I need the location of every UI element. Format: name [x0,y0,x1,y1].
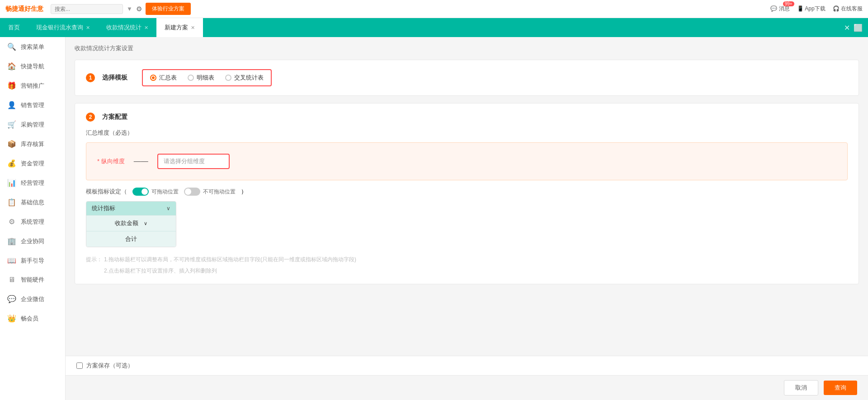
sidebar-item-corp-label: 企业协同 [21,237,44,245]
gear-icon[interactable]: ⚙ [136,5,142,13]
message-label: 消息 [779,5,790,12]
sidebar-item-quick[interactable]: 🏠 快捷导航 [0,56,65,76]
save-checkbox[interactable] [76,362,83,369]
radio-detail-label: 明细表 [197,74,214,82]
tab-receipt-label: 收款情况统计 [106,24,142,32]
metrics-chevron-icon[interactable]: ∨ [166,205,170,212]
tip-item-2: 2.点击标题栏下拉可设置排序、插入列和删除列 [104,268,217,274]
chat-icon: 💬 [7,295,16,303]
sidebar-item-marketing[interactable]: 🎁 营销推广 [0,76,65,95]
radio-dot-cross [225,75,231,81]
metrics-table: 统计指标 ∨ 收款金额 ∨ 合计 [86,201,176,247]
sidebar-item-wechat-label: 企业微信 [21,295,44,303]
sidebar-item-inventory-label: 库存核算 [21,140,44,148]
sidebar-item-corp[interactable]: 🏢 企业协同 [0,231,65,251]
message-wrap[interactable]: 💬 消息 99+ [770,5,789,13]
toggle1-label: 可拖动位置 [151,188,179,196]
step1-row: 1 选择模板 汇总表 明细表 交叉统计表 [86,69,848,86]
dropdown-arrow-icon[interactable]: ▼ [127,5,132,12]
dimension-select[interactable]: 请选择分组维度 [157,154,230,169]
sidebar-item-guide-label: 新手引导 [21,257,44,265]
sidebar-item-system[interactable]: ⚙ 系统管理 [0,212,65,231]
search-icon: 🔍 [7,42,16,51]
sidebar-item-inventory[interactable]: 📦 库存核算 [0,134,65,154]
building-icon: 🏢 [7,237,16,245]
tab-bank-label: 现金银行流水查询 [36,24,83,32]
user-icon: 👤 [7,101,16,109]
dimension-arrow-icon: —— [134,157,148,165]
logo: 畅捷通好生意 [5,5,43,13]
template-section-block: 1 选择模板 汇总表 明细表 交叉统计表 [75,60,859,96]
step2-label: 方案配置 [102,113,127,121]
tab-receipt-close-icon[interactable]: ✕ [144,25,148,31]
sidebar-item-basic-label: 基础信息 [21,198,44,207]
radio-cross[interactable]: 交叉统计表 [225,74,264,82]
dimension-row: * 纵向维度 —— 请选择分组维度 [97,154,836,169]
step1-badge: 1 [86,73,95,82]
sidebar-item-finance[interactable]: 💰 资金管理 [0,154,65,173]
radio-detail[interactable]: 明细表 [188,74,214,82]
sidebar-item-member[interactable]: 👑 畅会员 [0,309,65,328]
tab-new-plan[interactable]: 新建方案 ✕ [156,18,203,37]
monitor-icon: 🖥 [7,276,16,284]
footer-bar: 取消 查询 [66,375,868,400]
sidebar-item-system-label: 系统管理 [21,218,44,226]
top-right-actions: 💬 消息 99+ 📱 App下载 🎧 在线客服 [770,5,863,13]
sidebar-item-finance-label: 资金管理 [21,160,44,168]
sidebar-item-marketing-label: 营销推广 [21,82,44,90]
dimension-sub-section: 汇总维度（必选） * 纵向维度 —— 请选择分组维度 [86,129,848,180]
tab-bank-close-icon[interactable]: ✕ [86,25,90,31]
sidebar-item-sales-label: 销售管理 [21,101,44,109]
tab-new-plan-label: 新建方案 [165,24,188,32]
content-area: 收款情况统计方案设置 1 选择模板 汇总表 明细表 [66,37,868,400]
sidebar-item-operations[interactable]: 📊 经营管理 [0,173,65,193]
sidebar-item-hardware[interactable]: 🖥 智能硬件 [0,270,65,289]
chart-icon: 📊 [7,179,16,187]
sidebar-item-purchase[interactable]: 🛒 采购管理 [0,115,65,134]
sidebar-item-guide[interactable]: 📖 新手引导 [0,251,65,270]
page-title: 收款情况统计方案设置 [75,44,859,52]
config-section-block: 2 方案配置 汇总维度（必选） * 纵向维度 —— 请选择分组维度 [75,103,859,284]
step2-badge: 2 [86,113,95,122]
tab-home-label: 首页 [8,24,20,32]
service-label[interactable]: 🎧 在线客服 [833,5,863,13]
metrics-row-amount-chevron[interactable]: ∨ [144,221,147,226]
radio-dot-detail [188,75,194,81]
radio-cross-label: 交叉统计表 [234,74,264,82]
sidebar-item-basic[interactable]: 📋 基础信息 [0,193,65,212]
tab-new-plan-close-icon[interactable]: ✕ [191,25,195,31]
dimension-select-placeholder: 请选择分组维度 [164,158,205,165]
tip-item-1: 1.拖动标题栏可以调整布局，不可跨维度或指标区域拖动栏目字段(只能在同一维度或指… [104,256,356,264]
cancel-button[interactable]: 取消 [784,380,818,395]
download-label[interactable]: 📱 App下载 [797,5,826,13]
sidebar-item-search[interactable]: 🔍 搜索菜单 [0,37,65,56]
toggle2[interactable] [184,188,200,196]
tab-receipt[interactable]: 收款情况统计 ✕ [98,18,156,37]
search-input[interactable] [51,4,123,14]
industry-btn[interactable]: 体验行业方案 [146,3,191,15]
radio-summary[interactable]: 汇总表 [150,74,177,82]
sidebar-item-sales[interactable]: 👤 销售管理 [0,95,65,115]
toggle2-label: 不可拖动位置 [203,188,236,196]
tab-bank[interactable]: 现金银行流水查询 ✕ [28,18,98,37]
save-section: 方案保存（可选） [66,356,868,375]
message-badge: 99+ [783,1,794,6]
sidebar-item-operations-label: 经营管理 [21,179,44,187]
metrics-row-total: 合计 [86,231,176,247]
radio-dot-summary [150,75,156,81]
maximize-icon[interactable]: ⬜ [854,24,863,32]
toggle1-wrap: 可拖动位置 [132,188,179,196]
metrics-section-title: 模板指标设定（ [86,188,127,196]
close-window-icon[interactable]: ✕ [844,24,850,32]
tab-home[interactable]: 首页 [0,18,28,37]
clipboard-icon: 📋 [7,198,16,207]
sidebar-item-wechat[interactable]: 💬 企业微信 [0,289,65,309]
toggle1[interactable] [132,188,149,196]
tips-section: 提示： 1.拖动标题栏可以调整布局，不可跨维度或指标区域拖动栏目字段(只能在同一… [86,256,848,275]
crown-icon: 👑 [7,314,16,323]
metrics-header: 模板指标设定（ 可拖动位置 不可拖动位置 ） [86,188,848,196]
tab-bar: 首页 现金银行流水查询 ✕ 收款情况统计 ✕ 新建方案 ✕ ✕ ⬜ [0,18,868,37]
metrics-row-amount: 收款金额 ∨ [86,215,176,231]
query-button[interactable]: 查询 [824,381,857,395]
page-content: 收款情况统计方案设置 1 选择模板 汇总表 明细表 [66,37,868,356]
